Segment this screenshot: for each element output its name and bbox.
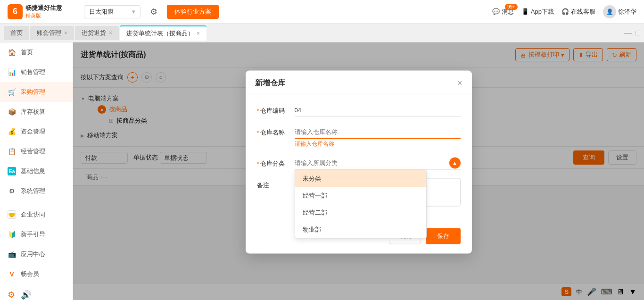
window-buttons: — □ [624, 29, 640, 37]
avatar: 👤 [603, 5, 616, 18]
finance-icon: 💰 [8, 127, 16, 136]
tab-close-purchase-return[interactable]: × [109, 30, 112, 36]
stock-icon: 📦 [8, 108, 16, 116]
tab-home[interactable]: 首页 [4, 26, 29, 40]
user-menu[interactable]: 👤 徐泽华 [603, 5, 636, 18]
phone-icon: 📱 [521, 8, 529, 15]
guide-icon: 🔰 [8, 230, 16, 239]
new-warehouse-modal: 新增仓库 × * 仓库编码 * [246, 71, 472, 254]
form-row-category: * 仓库分类 ▲ 未分类 经营一部 经营二部 物业部 [257, 157, 461, 170]
form-label-name: * 仓库名称 [257, 125, 295, 137]
home-icon: 🏠 [8, 48, 16, 57]
logo-area: 6 畅捷通好生意 精英版 [8, 4, 78, 19]
dropdown-item-dept2[interactable]: 经营二部 [295, 204, 426, 221]
form-select-wrap-category: ▲ [295, 157, 461, 170]
modal-close-button[interactable]: × [457, 78, 462, 88]
warehouse-category-input[interactable] [295, 157, 461, 170]
sidebar-item-home[interactable]: 🏠 首页 [0, 42, 73, 62]
online-service-button[interactable]: 🎧 在线客服 [561, 8, 595, 16]
main-layout: 🏠 首页 📊 销售管理 🛒 采购管理 📦 库存核算 💰 资金管理 📋 经营管理 … [0, 42, 644, 300]
sales-icon: 📊 [8, 68, 16, 76]
tab-accounts[interactable]: 账套管理 × [30, 26, 74, 40]
sidebar: 🏠 首页 📊 销售管理 🛒 采购管理 📦 库存核算 💰 资金管理 📋 经营管理 … [0, 42, 73, 300]
tab-purchase-stat[interactable]: 进货单统计表（按商品） × [120, 25, 206, 41]
purchase-icon: 🛒 [8, 88, 16, 96]
modal-title: 新增仓库 [255, 78, 285, 88]
form-label-note: 备注 [257, 178, 295, 190]
tab-bar: 首页 账套管理 × 进货退货 × 进货单统计表（按商品） × — □ [0, 24, 644, 42]
modal-header: 新增仓库 × [246, 71, 472, 94]
maximize-icon[interactable]: □ [636, 29, 640, 37]
apps-icon: 📺 [8, 250, 16, 258]
message-button[interactable]: 💬 消息 99+ [492, 8, 514, 16]
dropdown-item-dept3[interactable]: 物业部 [295, 221, 426, 238]
collab-icon: 🤝 [8, 210, 16, 219]
sidebar-item-operation[interactable]: 📋 经营管理 [0, 142, 73, 161]
top-header: 6 畅捷通好生意 精英版 日太阳膜 ▾ ⚙ 体验行业方案 💬 消息 99+ 📱 … [0, 0, 644, 24]
sidebar-item-apps[interactable]: 📺 应用中心 [0, 244, 73, 264]
sidebar-item-stock[interactable]: 📦 库存核算 [0, 102, 73, 122]
save-button[interactable]: 保存 [426, 228, 461, 244]
chevron-up-icon: ▲ [452, 160, 458, 167]
form-input-wrap-name: 请输入仓库名称 [295, 125, 461, 148]
warehouse-name-input[interactable] [295, 125, 461, 139]
dropdown-item-dept1[interactable]: 经营一部 [295, 187, 426, 204]
vip-icon: V [8, 270, 16, 278]
system-icon: ⚙ [8, 187, 16, 195]
experience-button[interactable]: 体验行业方案 [167, 5, 219, 19]
category-dropdown-button[interactable]: ▲ [449, 158, 461, 169]
store-selector[interactable]: 日太阳膜 ▾ [84, 5, 140, 18]
sidebar-item-finance[interactable]: 💰 资金管理 [0, 122, 73, 142]
logo-text: 畅捷通好生意 精英版 [25, 4, 62, 19]
header-right: 💬 消息 99+ 📱 App下载 🎧 在线客服 👤 徐泽华 [492, 5, 636, 18]
warehouse-name-error: 请输入仓库名称 [295, 140, 461, 148]
sidebar-item-guide[interactable]: 🔰 新手引导 [0, 225, 73, 244]
tab-close-accounts[interactable]: × [64, 30, 67, 36]
sidebar-item-sales[interactable]: 📊 销售管理 [0, 62, 73, 82]
app-download-button[interactable]: 📱 App下载 [521, 8, 554, 16]
message-icon: 💬 [492, 8, 500, 15]
form-label-category: * 仓库分类 [257, 157, 295, 168]
chevron-down-icon: ▾ [132, 8, 135, 15]
form-row-code: * 仓库编码 [257, 104, 461, 117]
content-area: 进货单统计(按商品) 🖨 按模板打印 ▾ ⬆ 导出 ↻ 刷新 按以下方案查询 [73, 42, 644, 300]
minimize-icon[interactable]: — [624, 29, 632, 37]
form-row-name: * 仓库名称 请输入仓库名称 [257, 125, 461, 148]
tab-purchase-return[interactable]: 进货退货 × [75, 26, 119, 40]
sidebar-bottom: ⚙ 🔊 [0, 284, 73, 300]
sidebar-item-system[interactable]: ⚙ 系统管理 [0, 181, 73, 201]
message-badge: 99+ [505, 4, 518, 10]
form-input-wrap-code [295, 104, 461, 117]
category-dropdown-list: 未分类 经营一部 经营二部 物业部 [295, 170, 427, 239]
sidebar-item-vip[interactable]: V 畅会员 [0, 264, 73, 284]
settings-bottom-icon[interactable]: ⚙ [8, 290, 15, 300]
form-label-code: * 仓库编码 [257, 104, 295, 115]
volume-icon[interactable]: 🔊 [21, 290, 31, 300]
sidebar-item-basic[interactable]: Ea 基础信息 [0, 161, 73, 181]
basic-icon: Ea [8, 167, 16, 175]
dropdown-item-uncategorized[interactable]: 未分类 [295, 170, 426, 187]
headset-icon: 🎧 [561, 8, 569, 15]
sidebar-item-collab[interactable]: 🤝 企业协同 [0, 205, 73, 225]
warehouse-code-input[interactable] [295, 104, 461, 117]
tab-close-purchase-stat[interactable]: × [197, 30, 200, 37]
gear-icon[interactable]: ⚙ [146, 4, 161, 19]
logo-icon: 6 [8, 4, 23, 19]
operation-icon: 📋 [8, 147, 16, 156]
modal-body: * 仓库编码 * 仓库名称 请输入仓库名称 [246, 94, 472, 228]
sidebar-item-purchase[interactable]: 🛒 采购管理 [0, 82, 73, 102]
